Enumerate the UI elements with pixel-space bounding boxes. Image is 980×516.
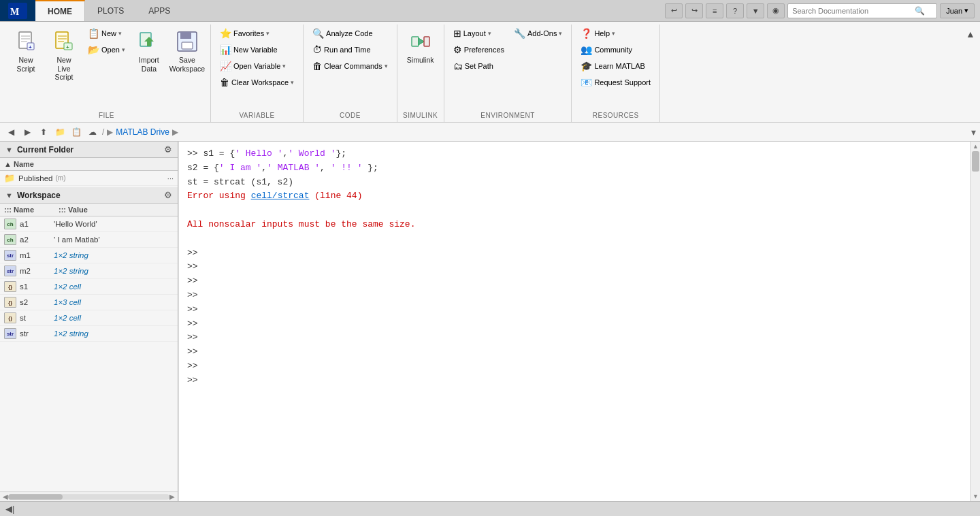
ws-row-st[interactable]: {} st 1×2 cell	[0, 310, 178, 326]
vscroll-down-btn[interactable]: ▼	[971, 491, 980, 501]
tab-home[interactable]: HOME	[35, 0, 85, 21]
redo-button[interactable]: ↪	[685, 3, 703, 18]
analyze-label: Analyze Code	[326, 29, 373, 37]
ws-row-a2[interactable]: ch a2 ' I am Matlab'	[0, 232, 178, 248]
tab-apps[interactable]: APPS	[136, 0, 182, 21]
current-folder-settings-icon[interactable]: ⚙	[164, 144, 172, 155]
ws-icon-str: str	[4, 328, 16, 339]
hscroll-left-arrow[interactable]: ◀	[3, 493, 8, 500]
console-prompt-1[interactable]: >>	[187, 246, 962, 261]
console-content[interactable]: >> s1 = {' Hello ',' World '}; s2 = {' I…	[179, 142, 970, 501]
left-panel-hscrollbar[interactable]: ◀ ▶	[0, 491, 178, 501]
new-live-script-button[interactable]: + NewLive Script	[46, 26, 82, 84]
new-button[interactable]: 📋 New ▾	[84, 26, 129, 41]
ws-row-s2[interactable]: {} s2 1×3 cell	[0, 295, 178, 310]
open-label: Open	[101, 46, 120, 54]
community-button[interactable]: ◉	[767, 3, 785, 18]
workspace-panel: ::: Name ::: Value ch a1 'Hello World' c…	[0, 204, 178, 491]
folder-item-published[interactable]: 📁 Published (m) ···	[0, 171, 178, 186]
preferences-button[interactable]: ⚙ Preferences	[450, 42, 508, 57]
help-button[interactable]: ❓ Help ▾	[577, 26, 654, 41]
nav-back-button[interactable]: ◀	[4, 125, 18, 139]
path-icon: 🗂	[453, 61, 463, 71]
console-vscrollbar[interactable]: ▲ ▼	[970, 142, 980, 501]
undo-button[interactable]: ↩	[665, 3, 683, 18]
ribbon-collapse-button[interactable]: ▲	[964, 27, 977, 41]
svg-marker-20	[419, 38, 424, 45]
ribbon-group-environment: ⊞ Layout ▾ ⚙ Preferences 🗂 Set Path	[444, 25, 572, 122]
ws-row-m1[interactable]: str m1 1×2 string	[0, 248, 178, 263]
console-prompt-10[interactable]: >>	[187, 374, 962, 388]
console-prompt-8[interactable]: >>	[187, 345, 962, 359]
folder-action-dots[interactable]: ···	[167, 174, 174, 182]
simulink-button[interactable]: Simulink	[403, 26, 438, 80]
run-benchmark-button[interactable]: ⏱ Run and Time	[309, 42, 391, 57]
console-blank-1	[187, 204, 962, 218]
pref-label: Preferences	[464, 46, 504, 54]
open-button[interactable]: 📂 Open ▾	[84, 42, 129, 57]
vscroll-track[interactable]	[971, 151, 980, 491]
request-support-button[interactable]: 📧 Request Support	[577, 75, 654, 90]
ws-varval-m1: 1×2 string	[54, 251, 174, 259]
ws-row-a1[interactable]: ch a1 'Hello World'	[0, 216, 178, 232]
hscroll-track[interactable]	[8, 494, 169, 500]
search-documentation-box[interactable]: 🔍	[787, 3, 937, 18]
ws-row-s1[interactable]: {} s1 1×2 cell	[0, 279, 178, 295]
nav-forward-button[interactable]: ▶	[20, 125, 34, 139]
ws-row-str[interactable]: str str 1×2 string	[0, 326, 178, 342]
status-left-icon[interactable]: ◀|	[5, 504, 14, 514]
layout-button[interactable]: ⊞ Layout ▾	[450, 26, 508, 41]
nav-up-button[interactable]: ⬆	[37, 125, 50, 139]
open-icon: 📂	[88, 44, 99, 55]
console-prompt-3[interactable]: >>	[187, 274, 962, 289]
console-prompt-6[interactable]: >>	[187, 317, 962, 332]
open-arrow: ▾	[122, 46, 125, 53]
console-prompt-2[interactable]: >>	[187, 260, 962, 274]
hscroll-right-arrow[interactable]: ▶	[169, 493, 175, 500]
addr-dropdown-button[interactable]: ▾	[971, 127, 976, 138]
variable-btn3[interactable]: 📈 Open Variable ▾	[216, 59, 297, 74]
variable-btn2[interactable]: 📊 New Variable	[216, 42, 297, 57]
ribbon-content: + NewScript +	[0, 22, 980, 122]
browse-folder-button[interactable]: 📁	[53, 125, 67, 139]
console-prompt-7[interactable]: >>	[187, 331, 962, 345]
clear-workspace-button[interactable]: 🗑 Clear Workspace ▾	[216, 75, 297, 90]
save-workspace-button[interactable]: SaveWorkspace	[169, 26, 205, 80]
vscroll-thumb[interactable]	[972, 151, 979, 172]
community-button[interactable]: 👥 Community	[577, 42, 654, 57]
error-msg-text: All nonscalar inputs must be the same si…	[187, 219, 415, 229]
user-menu-button[interactable]: Juan ▾	[940, 3, 975, 18]
error-link[interactable]: cell/strcat	[251, 191, 310, 201]
current-folder-header[interactable]: ▼ Current Folder ⚙	[0, 142, 178, 158]
cloud-button[interactable]: ☁	[86, 125, 99, 139]
bench-label: Run and Time	[324, 46, 370, 54]
vscroll-up-btn[interactable]: ▲	[971, 142, 980, 151]
hscroll-thumb[interactable]	[8, 494, 63, 500]
settings-button[interactable]: ▼	[747, 3, 764, 18]
ws-varname-a1: a1	[20, 220, 54, 228]
workspace-header[interactable]: ▼ Workspace ⚙	[0, 187, 178, 204]
ws-row-m2[interactable]: str m2 1×2 string	[0, 263, 178, 279]
matlab-drive-link[interactable]: MATLAB Drive	[116, 127, 169, 137]
set-path-button[interactable]: 🗂 Set Path	[450, 59, 508, 74]
help-icon-button[interactable]: ?	[726, 3, 744, 18]
tab-plots[interactable]: PLOTS	[85, 0, 136, 21]
ribbon: + NewScript +	[0, 22, 980, 123]
recent-folders-button[interactable]: 📋	[69, 125, 83, 139]
search-documentation-input[interactable]	[792, 7, 915, 15]
add-ons-button[interactable]: 🔧 Add-Ons ▾	[510, 26, 566, 41]
favorites-button[interactable]: ⭐ Favorites ▾	[216, 26, 297, 41]
console-prompt-5[interactable]: >>	[187, 303, 962, 317]
learn-matlab-button[interactable]: 🎓 Learn MATLAB	[577, 59, 654, 74]
console-prompt-4[interactable]: >>	[187, 289, 962, 303]
ribbon-file-items: + NewScript +	[8, 26, 205, 110]
var-icon2: 📊	[220, 44, 231, 55]
console-prompt-9[interactable]: >>	[187, 359, 962, 374]
address-bar: ◀ ▶ ⬆ 📁 📋 ☁ / ▶ MATLAB Drive ▶ ▾	[0, 123, 980, 142]
analyze-code-button[interactable]: 🔍 Analyze Code	[309, 26, 391, 41]
quick-access-button[interactable]: ≡	[706, 3, 723, 18]
new-script-button[interactable]: + NewScript	[8, 26, 44, 80]
workspace-settings-icon[interactable]: ⚙	[164, 190, 172, 200]
clear-commands-button[interactable]: 🗑 Clear Commands ▾	[309, 59, 391, 74]
import-data-button[interactable]: ImportData	[131, 26, 167, 80]
